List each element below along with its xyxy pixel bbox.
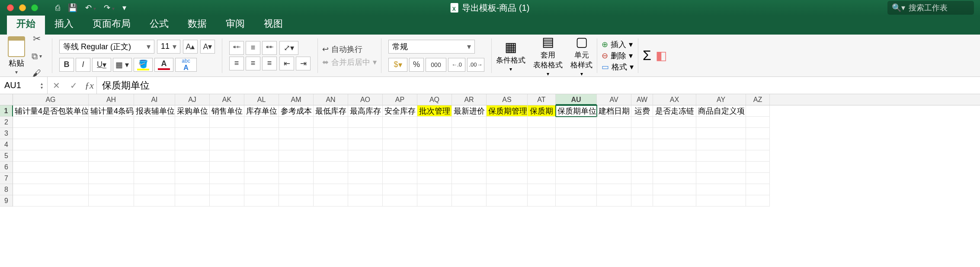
tab-layout[interactable]: 页面布局 bbox=[83, 13, 140, 35]
cell-AH4[interactable] bbox=[89, 139, 134, 150]
cell-AJ9[interactable] bbox=[175, 195, 210, 207]
cell-AY1[interactable]: 商品自定义项 bbox=[696, 105, 746, 117]
cell-AO5[interactable] bbox=[348, 150, 383, 162]
cell-AG4[interactable] bbox=[13, 139, 89, 150]
cell-AT4[interactable] bbox=[528, 139, 556, 150]
cell-AL9[interactable] bbox=[244, 195, 279, 207]
cell-AQ9[interactable] bbox=[417, 195, 452, 207]
cell-AK1[interactable]: 销售单位 bbox=[210, 105, 244, 117]
column-header-AX[interactable]: AX bbox=[653, 94, 696, 105]
cell-AM9[interactable] bbox=[279, 195, 314, 207]
redo-button[interactable]: ↷ bbox=[104, 3, 115, 13]
cell-AS8[interactable] bbox=[487, 184, 528, 195]
decrease-font-button[interactable]: A▾ bbox=[200, 40, 215, 54]
conditional-format-button[interactable]: ▦条件格式▾ bbox=[496, 39, 525, 72]
cell-AO1[interactable]: 最高库存 bbox=[348, 105, 383, 117]
cell-AG2[interactable] bbox=[13, 117, 89, 128]
cell-AS9[interactable] bbox=[487, 195, 528, 207]
cell-AL6[interactable] bbox=[244, 162, 279, 173]
percent-button[interactable]: % bbox=[409, 58, 424, 72]
cell-AI5[interactable] bbox=[134, 150, 175, 162]
cell-AO2[interactable] bbox=[348, 117, 383, 128]
cell-AN4[interactable] bbox=[314, 139, 348, 150]
cell-AO4[interactable] bbox=[348, 139, 383, 150]
cell-AL4[interactable] bbox=[244, 139, 279, 150]
column-header-AO[interactable]: AO bbox=[348, 94, 383, 105]
cell-AX8[interactable] bbox=[653, 184, 696, 195]
cell-AQ2[interactable] bbox=[417, 117, 452, 128]
qat-customize-icon[interactable]: ▾ bbox=[122, 3, 126, 13]
cell-AZ4[interactable] bbox=[746, 139, 770, 150]
cell-AK5[interactable] bbox=[210, 150, 244, 162]
align-center-button[interactable]: ≡ bbox=[246, 57, 260, 70]
column-header-AJ[interactable]: AJ bbox=[175, 94, 210, 105]
cell-AY9[interactable] bbox=[696, 195, 746, 207]
cell-AQ6[interactable] bbox=[417, 162, 452, 173]
cell-AO9[interactable] bbox=[348, 195, 383, 207]
row-header-3[interactable]: 3 bbox=[0, 128, 13, 139]
cell-AM2[interactable] bbox=[279, 117, 314, 128]
cell-AT2[interactable] bbox=[528, 117, 556, 128]
underline-button[interactable]: U ▾ bbox=[92, 58, 111, 72]
cell-AW3[interactable] bbox=[631, 128, 653, 139]
cell-AU6[interactable] bbox=[556, 162, 597, 173]
cut-button[interactable] bbox=[29, 31, 45, 47]
cell-AH5[interactable] bbox=[89, 150, 134, 162]
insert-cells-button[interactable]: ⊕插入▾ bbox=[602, 39, 634, 50]
cell-styles-button[interactable]: ▢单元 格样式▾ bbox=[570, 34, 592, 77]
select-all-corner[interactable] bbox=[0, 94, 13, 105]
cell-AR5[interactable] bbox=[452, 150, 487, 162]
cell-AN7[interactable] bbox=[314, 173, 348, 184]
cell-AP1[interactable]: 安全库存 bbox=[383, 105, 417, 117]
cell-AI3[interactable] bbox=[134, 128, 175, 139]
cell-AL8[interactable] bbox=[244, 184, 279, 195]
fx-icon[interactable]: ƒx bbox=[82, 77, 97, 94]
font-name-combo[interactable]: 等线 Regular (正文)▾ bbox=[59, 40, 154, 54]
cell-AZ8[interactable] bbox=[746, 184, 770, 195]
phonetic-button[interactable]: abcA bbox=[175, 58, 197, 72]
cell-AU2[interactable] bbox=[556, 117, 597, 128]
column-header-AP[interactable]: AP bbox=[383, 94, 417, 105]
cell-AT9[interactable] bbox=[528, 195, 556, 207]
column-header-AL[interactable]: AL bbox=[244, 94, 279, 105]
cell-AH7[interactable] bbox=[89, 173, 134, 184]
cell-AW9[interactable] bbox=[631, 195, 653, 207]
increase-indent-button[interactable]: ⇥ bbox=[296, 57, 311, 70]
cell-AI9[interactable] bbox=[134, 195, 175, 207]
clear-button[interactable]: ◧ bbox=[656, 48, 667, 63]
cell-AS5[interactable] bbox=[487, 150, 528, 162]
tab-formulas[interactable]: 公式 bbox=[140, 13, 178, 35]
cell-AK7[interactable] bbox=[210, 173, 244, 184]
cell-AI2[interactable] bbox=[134, 117, 175, 128]
cell-AM8[interactable] bbox=[279, 184, 314, 195]
fill-color-button[interactable]: 🪣 bbox=[134, 58, 153, 72]
tab-review[interactable]: 审阅 bbox=[216, 13, 254, 35]
cell-AQ3[interactable] bbox=[417, 128, 452, 139]
cell-AN8[interactable] bbox=[314, 184, 348, 195]
align-bottom-button[interactable]: ⬵ bbox=[262, 41, 277, 55]
cell-AU9[interactable] bbox=[556, 195, 597, 207]
cell-AY7[interactable] bbox=[696, 173, 746, 184]
cell-AK8[interactable] bbox=[210, 184, 244, 195]
cell-AW7[interactable] bbox=[631, 173, 653, 184]
tab-view[interactable]: 视图 bbox=[254, 13, 292, 35]
cell-AT7[interactable] bbox=[528, 173, 556, 184]
cell-AR8[interactable] bbox=[452, 184, 487, 195]
cell-AX9[interactable] bbox=[653, 195, 696, 207]
cell-AL5[interactable] bbox=[244, 150, 279, 162]
column-header-AG[interactable]: AG bbox=[13, 94, 89, 105]
cell-AL2[interactable] bbox=[244, 117, 279, 128]
increase-font-button[interactable]: A▴ bbox=[183, 40, 198, 54]
column-header-AT[interactable]: AT bbox=[528, 94, 556, 105]
column-header-AM[interactable]: AM bbox=[279, 94, 314, 105]
cell-AU4[interactable] bbox=[556, 139, 597, 150]
cell-AS2[interactable] bbox=[487, 117, 528, 128]
cell-AM6[interactable] bbox=[279, 162, 314, 173]
cell-AY5[interactable] bbox=[696, 150, 746, 162]
comma-button[interactable]: 000 bbox=[426, 58, 446, 72]
cell-AH2[interactable] bbox=[89, 117, 134, 128]
cell-AH1[interactable]: 辅计量4条码 bbox=[89, 105, 134, 117]
cell-AG9[interactable] bbox=[13, 195, 89, 207]
cell-AW2[interactable] bbox=[631, 117, 653, 128]
column-header-AY[interactable]: AY bbox=[696, 94, 746, 105]
